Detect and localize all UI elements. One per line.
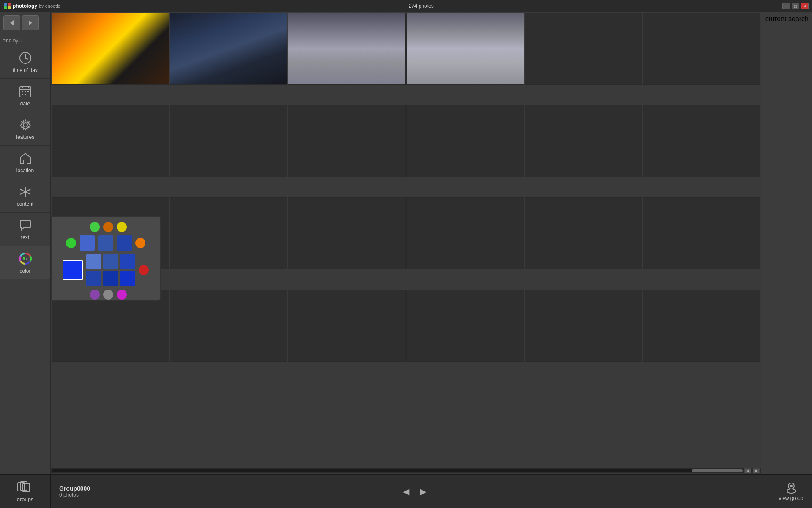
forward-arrow-icon (27, 19, 34, 26)
svg-rect-14 (22, 91, 23, 92)
photo-image-4 (407, 13, 524, 84)
color-blue-sq5[interactable] (103, 254, 118, 269)
photo-empty-cell (288, 197, 406, 269)
sidebar-label-time-of-day: time of day (13, 67, 38, 73)
forward-button[interactable] (22, 15, 39, 30)
color-gray-bottom[interactable] (103, 290, 113, 300)
svg-point-34 (787, 489, 796, 493)
color-blue-sq8[interactable] (103, 271, 118, 286)
photo-thumbnail[interactable] (288, 13, 406, 85)
svg-point-29 (26, 258, 27, 260)
photo-empty-cell (525, 105, 642, 177)
view-group-label: view group (779, 495, 803, 501)
color-blue-sq6[interactable] (120, 254, 135, 269)
right-panel: current search (761, 12, 812, 474)
groups-button[interactable]: groups (0, 475, 51, 508)
sidebar-item-color[interactable]: color (0, 246, 50, 279)
color-blue-sq2[interactable] (98, 235, 113, 251)
color-magenta-bottom[interactable] (117, 290, 127, 300)
color-purple-bottom[interactable] (90, 290, 100, 300)
view-group-icon (784, 482, 799, 494)
calendar-icon (17, 84, 34, 99)
speech-bubble-icon (17, 218, 34, 233)
color-yellow-top[interactable] (117, 222, 127, 232)
svg-rect-17 (22, 94, 23, 95)
titlebar-photo-count: 274 photos (409, 3, 433, 9)
sidebar-label-content: content (17, 201, 33, 207)
view-group-button[interactable]: view group (770, 475, 812, 508)
sidebar-item-time-of-day[interactable]: time of day (0, 45, 50, 79)
groups-icon (17, 481, 34, 494)
asterisk-icon (17, 184, 34, 199)
photo-thumbnail[interactable] (170, 13, 288, 85)
svg-point-35 (790, 485, 793, 487)
color-blue-sq3[interactable] (117, 235, 132, 251)
current-search-label: current search (765, 15, 809, 23)
back-button[interactable] (3, 15, 20, 30)
photo-empty-cell (170, 105, 288, 177)
photo-empty-cell (288, 105, 406, 177)
sidebar-item-features[interactable]: features (0, 112, 50, 146)
photo-empty-cell (288, 290, 406, 362)
back-arrow-icon (8, 19, 15, 26)
scrollbar-thumb[interactable] (692, 469, 743, 472)
svg-point-19 (23, 123, 27, 127)
photo-empty-cell (170, 290, 288, 362)
sidebar-item-content[interactable]: content (0, 179, 50, 213)
nav-arrows (0, 12, 50, 34)
group-name: Group0000 (59, 485, 391, 492)
sidebar-label-features: features (16, 134, 34, 140)
photo-empty-cell (170, 197, 288, 269)
gear-icon (17, 117, 34, 133)
svg-rect-1 (8, 3, 11, 6)
sidebar: find by... time of day (0, 12, 51, 474)
color-orange-top[interactable] (103, 222, 113, 232)
photo-empty-cell (643, 13, 760, 85)
color-blue-sq1[interactable] (80, 235, 95, 251)
color-green-top[interactable] (90, 222, 100, 232)
app-by: by enoetic (39, 3, 60, 8)
scrollbar[interactable]: ◀ ▶ (51, 468, 761, 473)
color-blue-sq9[interactable] (120, 271, 135, 286)
sidebar-item-date[interactable]: date (0, 79, 50, 112)
app-name: photology (13, 3, 37, 9)
color-blue-sq4[interactable] (86, 254, 102, 269)
close-button[interactable]: ✕ (801, 3, 809, 9)
group-info: Group0000 0 photos (51, 485, 391, 498)
photo-thumbnail[interactable] (406, 13, 524, 85)
color-red-right[interactable] (139, 265, 149, 275)
svg-marker-4 (10, 20, 14, 25)
group-next-button[interactable]: ▶ (416, 485, 430, 498)
svg-point-25 (24, 190, 27, 193)
color-row-3 (57, 254, 155, 286)
photo-empty-cell (406, 105, 524, 177)
color-blue-selected[interactable] (63, 260, 83, 280)
home-icon (17, 151, 34, 166)
group-prev-button[interactable]: ◀ (399, 485, 413, 498)
color-green-left[interactable] (66, 238, 76, 248)
photo-thumbnail[interactable] (52, 13, 169, 85)
color-orange-right[interactable] (135, 238, 145, 248)
sidebar-label-location: location (16, 168, 34, 174)
sidebar-item-location[interactable]: location (0, 146, 50, 179)
photo-image-2 (170, 13, 287, 84)
photo-image-3 (288, 13, 405, 84)
group-count: 0 photos (59, 492, 391, 498)
photo-empty-cell (406, 197, 524, 269)
svg-rect-2 (4, 6, 7, 9)
color-picker-popup[interactable] (51, 216, 161, 301)
blue-squares-group (86, 254, 135, 286)
svg-rect-15 (25, 91, 26, 92)
color-blue-sq7[interactable] (86, 271, 102, 286)
sidebar-label-date: date (20, 101, 30, 107)
photo-empty-cell (525, 290, 642, 362)
bottom-bar: groups Group0000 0 photos ◀ ▶ view group (0, 474, 812, 508)
scroll-left-button[interactable]: ◀ (744, 468, 751, 473)
sidebar-item-text[interactable]: text (0, 213, 50, 246)
minimize-button[interactable]: ─ (782, 3, 790, 9)
photo-empty-cell (525, 197, 642, 269)
scroll-right-button[interactable]: ▶ (753, 468, 760, 473)
maximize-button[interactable]: □ (792, 3, 799, 9)
blue-squares-bottom (86, 271, 135, 286)
find-by-label: find by... (0, 34, 50, 45)
